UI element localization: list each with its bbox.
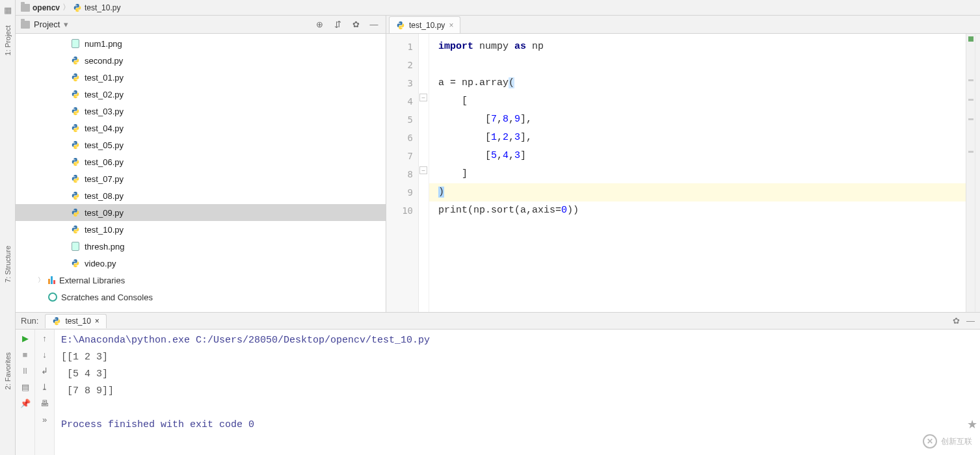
code-text: ],: [520, 114, 532, 125]
tree-item-label: test_09.py: [85, 208, 124, 218]
line-number: 6: [386, 129, 413, 147]
watermark-logo-icon: ✕: [923, 434, 937, 448]
more-icon[interactable]: »: [42, 415, 47, 424]
layout-icon[interactable]: ▤: [21, 382, 29, 392]
tree-item[interactable]: test_09.py: [16, 204, 386, 221]
pin-icon[interactable]: 📌: [20, 398, 31, 408]
breadcrumb-root[interactable]: opencv: [21, 3, 60, 12]
python-file-icon: [71, 73, 80, 82]
run-nav-column: ↑ ↓ ↲ ⤓ 🖶 »: [35, 330, 55, 455]
collapse-icon[interactable]: ⇵: [331, 18, 344, 31]
console-line: [5 4 3]: [61, 369, 108, 380]
tree-item[interactable]: test_10.py: [16, 221, 386, 238]
external-libraries[interactable]: 〉External Libraries: [16, 272, 386, 289]
scroll-marker: [968, 99, 973, 101]
right-gutter: [975, 34, 980, 312]
console-output[interactable]: E:\Anaconda\python.exe C:/Users/28050/De…: [55, 330, 980, 455]
tree-item[interactable]: second.py: [16, 52, 386, 69]
tree-item[interactable]: test_05.py: [16, 136, 386, 153]
code-text: ]: [520, 150, 526, 161]
print-icon[interactable]: 🖶: [40, 398, 49, 408]
tree-item[interactable]: thresh.png: [16, 238, 386, 255]
stop-icon[interactable]: ■: [23, 350, 28, 359]
locate-icon[interactable]: ⊕: [313, 18, 326, 31]
line-number: 5: [386, 110, 413, 129]
tree-item-label: test_03.py: [85, 107, 124, 116]
code-text: ,: [497, 150, 503, 161]
keyword: import: [438, 41, 473, 52]
project-tree[interactable]: num1.pngsecond.pytest_01.pytest_02.pytes…: [16, 34, 386, 312]
python-file-icon: [396, 21, 405, 30]
tree-item-label: test_10.py: [85, 225, 124, 235]
run-panel: Run: test_10 × ✿ — ▶ ■ ⏸ ▤ 📌: [16, 312, 980, 455]
fold-column[interactable]: – –: [419, 34, 429, 312]
tree-item[interactable]: test_08.py: [16, 187, 386, 204]
code-text: print: [438, 205, 468, 216]
tree-item[interactable]: test_01.py: [16, 69, 386, 86]
star-icon[interactable]: ★: [967, 417, 977, 432]
tree-item-label: test_02.py: [85, 90, 124, 99]
fold-marker-icon[interactable]: –: [419, 94, 427, 101]
code-text: )): [567, 205, 579, 216]
number: 3: [514, 132, 520, 143]
tree-item[interactable]: test_06.py: [16, 153, 386, 170]
python-file-icon: [71, 259, 80, 268]
tree-item[interactable]: test_03.py: [16, 103, 386, 120]
wrap-icon[interactable]: ↲: [41, 366, 48, 376]
code-editor[interactable]: import numpy as np a = np.array( [ [7,8,…: [429, 34, 966, 312]
python-file-icon: [71, 56, 80, 65]
close-icon[interactable]: ×: [449, 21, 453, 30]
rail-tab-project[interactable]: 1: Project: [3, 20, 13, 60]
line-number: 8: [386, 165, 413, 183]
python-file-icon: [71, 124, 80, 133]
code-text: a = np.array: [438, 77, 509, 88]
line-number: 4: [386, 92, 413, 110]
line-number: 3: [386, 74, 413, 92]
gear-icon[interactable]: ✿: [953, 316, 960, 326]
breadcrumb-sep-icon: 〉: [62, 2, 70, 13]
watermark: ✕ 创新互联: [923, 434, 972, 448]
gear-icon[interactable]: ✿: [349, 18, 362, 31]
scratches[interactable]: Scratches and Consoles: [16, 289, 386, 306]
editor-tab-test10[interactable]: test_10.py ×: [389, 16, 460, 33]
tree-item[interactable]: video.py: [16, 255, 386, 272]
editor-scrollbar[interactable]: [966, 34, 975, 312]
fold-marker-icon[interactable]: –: [419, 166, 427, 174]
tree-item-label: video.py: [85, 259, 116, 268]
up-arrow-icon[interactable]: ↑: [42, 333, 47, 343]
minimize-icon[interactable]: —: [966, 316, 975, 326]
line-number: 1: [386, 38, 413, 56]
down-arrow-icon[interactable]: ↓: [42, 350, 47, 359]
code-text: numpy: [473, 41, 514, 52]
tree-item-label: test_05.py: [85, 140, 124, 150]
minimize-icon[interactable]: —: [367, 18, 380, 31]
tree-item[interactable]: num1.png: [16, 35, 386, 52]
tree-item[interactable]: test_04.py: [16, 120, 386, 136]
rail-tab-structure[interactable]: 7: Structure: [3, 240, 13, 288]
project-rail-icon: ▦: [4, 5, 12, 15]
number: 4: [503, 150, 509, 161]
line-number: 9: [386, 183, 413, 202]
dropdown-icon[interactable]: ▾: [64, 20, 68, 29]
line-number-gutter: 12345678910: [386, 34, 419, 312]
tree-item[interactable]: test_02.py: [16, 86, 386, 103]
python-file-icon: [71, 90, 80, 99]
number: 5: [491, 150, 497, 161]
scroll-end-icon[interactable]: ⤓: [41, 382, 48, 392]
run-tab[interactable]: test_10 ×: [45, 314, 106, 328]
left-tool-rail: ▦ 1: Project 7: Structure 2: Favorites: [0, 0, 16, 455]
breadcrumb-file[interactable]: test_10.py: [73, 3, 120, 12]
close-icon[interactable]: ×: [95, 317, 99, 326]
console-path: E:\Anaconda\python.exe C:/Users/28050/De…: [61, 335, 430, 346]
project-panel: Project ▾ ⊕ ⇵ ✿ — num1.pngsecond.pytest_…: [16, 16, 386, 312]
tree-item[interactable]: test_07.py: [16, 170, 386, 187]
watermark-text: 创新互联: [941, 436, 972, 447]
run-tab-label: test_10: [65, 317, 90, 326]
rerun-icon[interactable]: ▶: [22, 333, 29, 343]
python-file-icon: [73, 3, 82, 12]
code-text: ,: [497, 132, 503, 143]
code-text: ,: [509, 114, 514, 125]
pause-icon[interactable]: ⏸: [21, 366, 29, 376]
code-text: ,: [509, 150, 514, 161]
rail-tab-favorites[interactable]: 2: Favorites: [3, 347, 13, 395]
